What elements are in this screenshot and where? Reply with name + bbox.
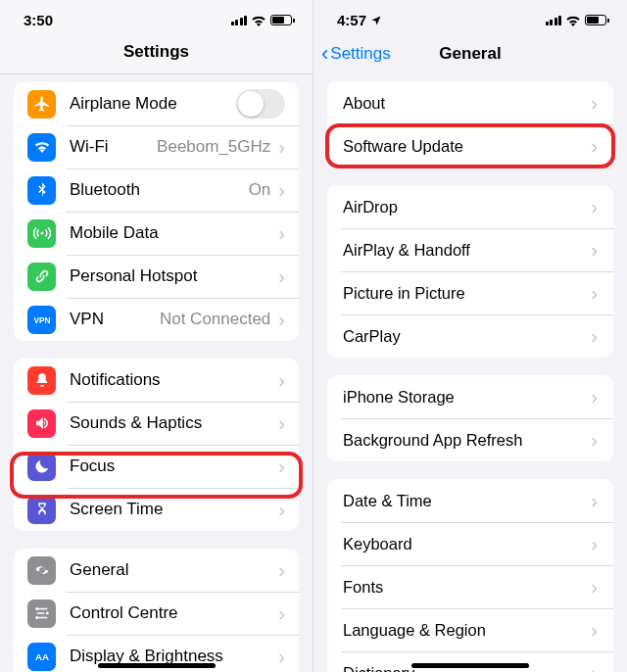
row-airplay-handoff[interactable]: AirPlay & Handoff›: [327, 228, 613, 271]
row-label: Sounds & Haptics: [70, 413, 270, 433]
row-dictionary[interactable]: Dictionary›: [327, 651, 613, 672]
row-detail: Not Connected: [160, 310, 270, 329]
gear-icon: [27, 556, 56, 585]
chevron-right-icon: ›: [591, 620, 598, 640]
row-label: General: [70, 560, 270, 580]
svg-text:VPN: VPN: [33, 316, 50, 325]
row-label: Personal Hotspot: [70, 266, 270, 286]
settings-content[interactable]: Airplane ModeWi-FiBeebom_5GHz›BluetoothO…: [0, 82, 313, 672]
row-label: Date & Time: [343, 492, 583, 510]
airplane-icon: [27, 90, 56, 119]
row-wi-fi[interactable]: Wi-FiBeebom_5GHz›: [14, 125, 299, 168]
row-label: Control Centre: [70, 603, 270, 623]
status-time-wrap: 4:57: [337, 12, 382, 28]
row-about[interactable]: About›: [327, 81, 613, 124]
chevron-right-icon: ›: [278, 413, 285, 433]
row-screen-time[interactable]: Screen Time›: [14, 488, 299, 531]
home-indicator[interactable]: [98, 663, 216, 668]
row-bluetooth[interactable]: BluetoothOn›: [14, 168, 299, 212]
row-label: Keyboard: [343, 535, 583, 553]
general-group: Date & Time›Keyboard›Fonts›Language & Re…: [327, 479, 613, 672]
chevron-right-icon: ›: [591, 387, 598, 407]
back-button[interactable]: ‹ Settings: [321, 43, 391, 65]
row-picture-in-picture[interactable]: Picture in Picture›: [327, 271, 613, 314]
row-label: iPhone Storage: [343, 388, 583, 407]
chevron-right-icon: ›: [278, 603, 285, 623]
row-mobile-data[interactable]: Mobile Data›: [14, 212, 299, 255]
hourglass-icon: [27, 496, 56, 524]
link-icon: [27, 263, 56, 291]
row-label: About: [343, 94, 583, 113]
row-iphone-storage[interactable]: iPhone Storage›: [327, 375, 613, 418]
chevron-right-icon: ›: [591, 283, 598, 303]
chevron-right-icon: ›: [591, 430, 598, 450]
settings-group: Notifications›Sounds & Haptics›Focus›Scr…: [14, 359, 299, 531]
row-personal-hotspot[interactable]: Personal Hotspot›: [14, 255, 299, 298]
row-software-update[interactable]: Software Update›: [327, 124, 613, 168]
row-label: AirDrop: [343, 198, 583, 216]
general-group: About›Software Update›: [327, 81, 613, 168]
chevron-right-icon: ›: [278, 560, 285, 580]
row-background-app-refresh[interactable]: Background App Refresh›: [327, 418, 613, 461]
speaker-icon: [27, 409, 56, 438]
chevron-left-icon: ‹: [321, 43, 328, 65]
status-indicators: [231, 15, 296, 26]
row-date-time[interactable]: Date & Time›: [327, 479, 613, 522]
chevron-right-icon: ›: [591, 491, 598, 510]
chevron-right-icon: ›: [591, 136, 598, 156]
bell-icon: [27, 366, 56, 395]
page-title: General: [439, 44, 501, 64]
status-indicators: [546, 15, 610, 26]
row-sounds-haptics[interactable]: Sounds & Haptics›: [14, 402, 299, 445]
row-control-centre[interactable]: Control Centre›: [14, 592, 299, 635]
settings-group: Airplane ModeWi-FiBeebom_5GHz›BluetoothO…: [14, 82, 299, 341]
status-time: 3:50: [24, 12, 53, 28]
row-label: Screen Time: [70, 500, 270, 519]
general-content[interactable]: About›Software Update›AirDrop›AirPlay & …: [314, 81, 627, 672]
aa-icon: AA: [27, 643, 56, 671]
cellular-icon: [231, 16, 248, 25]
row-keyboard[interactable]: Keyboard›: [327, 522, 613, 565]
chevron-right-icon: ›: [591, 240, 598, 260]
home-indicator[interactable]: [411, 663, 529, 668]
row-focus[interactable]: Focus›: [14, 445, 299, 488]
chevron-right-icon: ›: [278, 500, 285, 519]
row-label: Mobile Data: [70, 223, 270, 243]
row-label: Focus: [70, 456, 270, 476]
chevron-right-icon: ›: [591, 93, 598, 113]
row-detail: On: [249, 180, 271, 200]
battery-icon: [585, 15, 609, 25]
row-label: Fonts: [343, 578, 583, 597]
chevron-right-icon: ›: [278, 223, 285, 243]
row-vpn[interactable]: VPNVPNNot Connected›: [14, 298, 299, 341]
nav-bar: ‹ Settings General: [314, 34, 627, 81]
chevron-right-icon: ›: [591, 663, 598, 672]
row-airplane-mode[interactable]: Airplane Mode: [14, 82, 299, 125]
row-fonts[interactable]: Fonts›: [327, 565, 613, 608]
toggle[interactable]: [236, 89, 285, 119]
row-label: Bluetooth: [70, 180, 241, 200]
row-label: Picture in Picture: [343, 284, 583, 303]
row-label: Language & Region: [343, 621, 583, 640]
row-label: Background App Refresh: [343, 431, 583, 450]
row-airdrop[interactable]: AirDrop›: [327, 185, 613, 228]
row-carplay[interactable]: CarPlay›: [327, 314, 613, 358]
status-bar: 3:50: [0, 0, 313, 34]
row-label: Wi-Fi: [70, 137, 149, 157]
chevron-right-icon: ›: [591, 577, 598, 597]
moon-icon: [27, 453, 56, 481]
chevron-right-icon: ›: [278, 137, 285, 157]
svg-text:AA: AA: [34, 651, 48, 662]
settings-screen: 3:50 Settings Airplane ModeWi-FiBeebom_5…: [0, 0, 314, 672]
row-label: VPN: [70, 310, 152, 329]
location-icon: [370, 15, 382, 26]
row-general[interactable]: General›: [14, 549, 299, 592]
row-language-region[interactable]: Language & Region›: [327, 608, 613, 651]
row-notifications[interactable]: Notifications›: [14, 359, 299, 402]
chevron-right-icon: ›: [278, 266, 285, 286]
header: 3:50 Settings: [0, 0, 313, 74]
cellular-icon: [546, 16, 562, 25]
wifi-icon: [27, 133, 56, 162]
status-bar: 4:57: [314, 0, 627, 34]
chevron-right-icon: ›: [278, 647, 285, 666]
